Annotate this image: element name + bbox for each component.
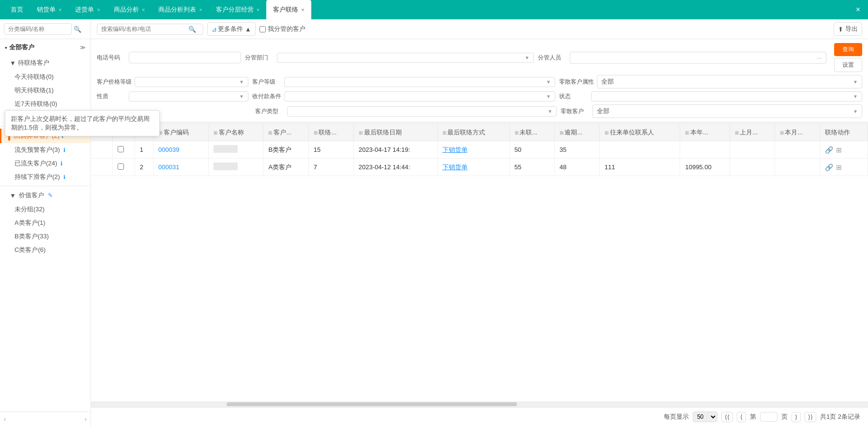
page-prev-btn[interactable]: ⟨ (737, 412, 746, 422)
filter-customer-grade-select[interactable]: ▼ (284, 77, 555, 87)
row2-num: 2 (135, 159, 153, 176)
sidebar-item-a-class[interactable]: A类客户(1) (0, 216, 91, 230)
filter-payment-select[interactable]: ▼ (284, 91, 555, 102)
row2-more-icon[interactable]: ⊞ (836, 163, 842, 171)
query-button[interactable]: 查询 (834, 43, 862, 56)
filter-nature-select[interactable]: ▼ (129, 91, 248, 102)
sidebar-bottom-right-arrow[interactable]: › (85, 416, 87, 423)
row2-contact-icon[interactable]: 🔗 (825, 163, 833, 171)
row1-last-method[interactable]: 下销货单 (437, 141, 509, 159)
row1-more-icon[interactable]: ⊞ (836, 146, 842, 154)
nav-customer-contact[interactable]: 客户联络 × (266, 0, 311, 19)
nav-home-label: 首页 (11, 5, 23, 14)
filter-retail-attr-select[interactable]: 全部 ▼ (597, 75, 862, 88)
nav-customer-contact-close[interactable]: × (301, 7, 304, 13)
row1-name (208, 141, 263, 159)
value-group-label: 价值客户 (19, 191, 44, 200)
col-customer-code[interactable]: 客户编码 (153, 124, 209, 141)
more-filter-button[interactable]: ⊿ 更多条件 ▲ (207, 22, 256, 36)
sidebar-search-input[interactable] (4, 23, 72, 35)
churn-warning-info-icon[interactable]: ℹ (63, 147, 65, 153)
col-un-contacted[interactable]: 未联... (509, 124, 554, 141)
setting-button[interactable]: 设置 (834, 58, 862, 72)
col-related-person[interactable]: 往来单位联系人 (599, 124, 680, 141)
nav-customer-segment-close[interactable]: × (257, 7, 259, 13)
filter-status-select[interactable]: ▼ (591, 91, 862, 102)
row1-contact-icon[interactable]: 🔗 (825, 146, 833, 154)
nav-product-analysis-list[interactable]: 商品分析列表 × (152, 0, 209, 19)
filter-dept-select[interactable]: ▼ (277, 53, 533, 63)
nav-sales-order[interactable]: 销货单 × (30, 0, 68, 19)
page-first-btn[interactable]: ⟨⟨ (721, 412, 733, 422)
retail-attr-arrow: ▼ (853, 79, 858, 85)
sidebar-bottom-left-arrow[interactable]: ‹ (4, 416, 6, 423)
pagination: 每页显示 50 20 100 ⟨⟨ ⟨ 第 1 页 ⟩ ⟩⟩ 共1页 2条记录 (91, 407, 868, 426)
per-page-select[interactable]: 50 20 100 (693, 411, 717, 422)
filter-retail-attr: 零散客户属性 全部 ▼ (559, 75, 862, 88)
filter-person-select[interactable]: ··· (570, 52, 826, 64)
search-icon[interactable]: 🔍 (188, 26, 196, 33)
my-customers-checkbox-label[interactable]: 我分管的客户 (259, 25, 305, 33)
export-button[interactable]: ⬆ 导出 (834, 22, 862, 36)
sidebar-item-7days-pending[interactable]: 近7天待联络(0) (0, 97, 91, 111)
my-customers-checkbox[interactable] (259, 26, 266, 32)
filter-phone-input[interactable] (129, 52, 241, 63)
sidebar-search-icon[interactable]: 🔍 (74, 26, 81, 33)
row2-last-month (730, 159, 775, 176)
col-this-year[interactable]: 本年... (680, 124, 730, 141)
sidebar-item-declining[interactable]: 持续下滑客户(2) ℹ (0, 170, 91, 184)
current-page-input[interactable]: 1 (760, 412, 777, 422)
filter-price-grade-select[interactable]: ▼ (135, 77, 248, 87)
search-input[interactable] (101, 26, 188, 32)
row1-num: 1 (135, 141, 153, 159)
col-overdue[interactable]: 逾期... (554, 124, 599, 141)
nav-sales-close[interactable]: × (59, 7, 61, 13)
sidebar-item-c-class[interactable]: C类客户(6) (0, 243, 91, 257)
window-close-button[interactable]: × (852, 5, 864, 14)
col-customer-type[interactable]: 客户... (263, 124, 308, 141)
nav-customer-segment[interactable]: 客户分层经营 × (209, 0, 266, 19)
scrollbar-thumb[interactable] (227, 402, 517, 406)
col-last-contact-method[interactable]: 最后联络方式 (437, 124, 509, 141)
declining-info-icon[interactable]: ℹ (63, 174, 65, 180)
sidebar-value-group[interactable]: ▼ 价值客户 ✎ (0, 188, 91, 203)
sidebar-item-churned[interactable]: 已流失客户(24) ℹ (0, 157, 91, 170)
sidebar-all-customers[interactable]: ▪ 全部客户 ≫ (0, 39, 91, 56)
horizontal-scrollbar[interactable] (91, 401, 868, 407)
sidebar-collapse-icon[interactable]: ≫ (80, 44, 86, 51)
sidebar-item-churn-warning[interactable]: 流失预警客户(3) ℹ (0, 143, 91, 157)
sidebar-item-b-class[interactable]: B类客户(33) (0, 230, 91, 243)
nav-product-analysis-close[interactable]: × (142, 7, 145, 13)
value-group-edit-icon[interactable]: ✎ (48, 192, 53, 199)
filter-retail-attr-label: 零散客户属性 (559, 78, 594, 86)
col-contact[interactable]: 联络... (308, 124, 353, 141)
churned-info-icon[interactable]: ℹ (61, 161, 62, 166)
search-wrapper: 🔍 (97, 24, 203, 35)
col-this-month[interactable]: 本月... (775, 124, 820, 141)
row2-code[interactable]: 000031 (153, 159, 209, 176)
row1-select[interactable] (118, 146, 124, 152)
row2-last-method[interactable]: 下销货单 (437, 159, 509, 176)
row1-code[interactable]: 000039 (153, 141, 209, 159)
col-customer-name[interactable]: 客户名称 (208, 124, 263, 141)
nav-product-list-close[interactable]: × (199, 7, 202, 13)
page-next-btn[interactable]: ⟩ (792, 412, 801, 422)
page-last-btn[interactable]: ⟩⟩ (805, 412, 816, 422)
sidebar-item-ungrouped[interactable]: 未分组(32) (0, 203, 91, 216)
col-last-month[interactable]: 上月... (730, 124, 775, 141)
filter-retail-customer-select[interactable]: 全部 ▼ (593, 104, 862, 118)
nav-product-analysis[interactable]: 商品分析 × (107, 0, 152, 19)
sidebar-search-area: 🔍 (0, 19, 91, 39)
row2-select[interactable] (118, 163, 124, 170)
sidebar-item-tomorrow-pending[interactable]: 明天待联络(1) (0, 84, 91, 97)
row1-related (599, 141, 680, 159)
sidebar-group-pending[interactable]: ▼ 待联络客户 (0, 56, 91, 70)
filter-row-4: ··· 客户类型 ▼ 零散客户 全部 ▼ (97, 104, 862, 118)
filter-customer-type-select[interactable]: ▼ (287, 106, 557, 117)
nav-purchase-order[interactable]: 进货单 × (68, 0, 107, 19)
nav-home[interactable]: 首页 (4, 0, 30, 19)
nav-purchase-close[interactable]: × (97, 7, 100, 13)
person-more-icon[interactable]: ··· (817, 54, 822, 61)
sidebar-item-today-pending[interactable]: 今天待联络(0) (0, 70, 91, 84)
col-last-contact-date[interactable]: 最后联络日期 (353, 124, 437, 141)
